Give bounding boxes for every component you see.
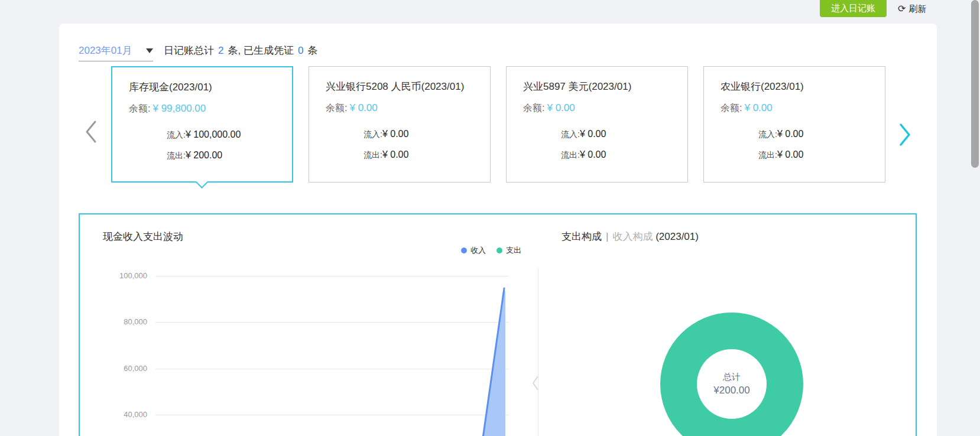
account-outflow: 流出:¥ 0.00: [561, 149, 606, 161]
donut-center-label: 总计 ¥200.00: [660, 313, 803, 436]
expense-donut-chart[interactable]: 总计 ¥200.00: [660, 313, 803, 436]
collapse-handle-icon[interactable]: [531, 375, 539, 391]
chart-legend: 收入 支出: [461, 245, 521, 256]
legend-item-expense[interactable]: 支出: [497, 245, 521, 256]
account-card-title: 库存现金(2023/01): [129, 80, 212, 94]
charts-panel: 现金收入支出波动 收入 支出 支出构成|收入构成 (2023/01) 100,0…: [79, 213, 917, 436]
account-card-title: 兴业银行5208 人民币(2023/01): [326, 80, 464, 93]
account-balance: 余额:¥ 0.00: [721, 102, 773, 115]
refresh-icon: ⟳: [898, 4, 906, 14]
pie-title-separator: |: [606, 231, 608, 242]
legend-expense-label: 支出: [506, 245, 521, 256]
journal-count: 2: [218, 45, 223, 57]
account-outflow: 流出:¥ 0.00: [364, 149, 408, 161]
account-card-abc[interactable]: 农业银行(2023/01) 余额:¥ 0.00 流入:¥ 0.00 流出:¥ 0…: [703, 66, 885, 183]
account-balance: 余额:¥ 0.00: [523, 102, 575, 115]
pie-tab-income[interactable]: 收入构成: [612, 231, 653, 242]
pie-chart-title: 支出构成|收入构成 (2023/01): [562, 230, 699, 243]
line-chart-title: 现金收入支出波动: [103, 230, 183, 243]
account-inflow: 流入:¥ 100,000.00: [167, 129, 241, 141]
y-tick-40000: 40,000: [109, 410, 147, 419]
pie-title-period: (2023/01): [656, 231, 699, 242]
account-card-title: 农业银行(2023/01): [721, 80, 804, 93]
donut-total-label: 总计: [723, 372, 741, 383]
panel-divider: [538, 268, 538, 436]
chevron-left-icon[interactable]: [84, 119, 98, 144]
income-area-series[interactable]: [154, 274, 509, 436]
account-outflow: 流出:¥ 200.00: [167, 150, 222, 161]
legend-item-income[interactable]: 收入: [461, 245, 486, 256]
account-outflow: 流出:¥ 0.00: [758, 149, 803, 161]
summary-prefix: 日记账总计: [164, 44, 214, 57]
journal-summary: 日记账总计 2 条, 已生成凭证 0 条: [164, 44, 317, 57]
account-inflow: 流入:¥ 0.00: [364, 129, 408, 140]
chevron-right-icon[interactable]: [898, 122, 912, 147]
period-label: 2023年01月: [79, 44, 132, 57]
summary-middle: 条, 已生成凭证: [228, 44, 293, 57]
y-tick-60000: 60,000: [109, 364, 147, 373]
account-balance: 余额:¥ 99,800.00: [129, 103, 206, 115]
voucher-count: 0: [298, 45, 303, 57]
period-selector[interactable]: 2023年01月: [79, 44, 153, 61]
account-inflow: 流入:¥ 0.00: [758, 129, 803, 140]
y-tick-100000: 100,000: [109, 271, 147, 280]
caret-down-icon: [146, 48, 153, 53]
pie-tab-expense[interactable]: 支出构成: [562, 231, 602, 242]
account-inflow: 流入:¥ 0.00: [561, 129, 606, 140]
enter-journal-button[interactable]: 进入日记账: [820, 0, 887, 17]
scrollbar-thumb[interactable]: [971, 0, 979, 168]
account-card-cib-5897[interactable]: 兴业5897 美元(2023/01) 余额:¥ 0.00 流入:¥ 0.00 流…: [506, 66, 688, 183]
account-card-cib-5208[interactable]: 兴业银行5208 人民币(2023/01) 余额:¥ 0.00 流入:¥ 0.0…: [309, 66, 491, 183]
income-dot-icon: [461, 248, 467, 253]
account-balance: 余额:¥ 0.00: [326, 102, 378, 115]
legend-income-label: 收入: [470, 245, 486, 256]
expense-dot-icon: [497, 248, 502, 253]
refresh-label: 刷新: [908, 4, 926, 15]
journal-dashboard: 进入日记账 ⟳ 刷新 2023年01月 日记账总计 2 条, 已生成凭证 0 条…: [0, 0, 980, 436]
y-tick-80000: 80,000: [109, 317, 147, 326]
account-card-title: 兴业5897 美元(2023/01): [523, 80, 631, 93]
refresh-button[interactable]: ⟳ 刷新: [898, 2, 926, 15]
account-card-cash[interactable]: 库存现金(2023/01) 余额:¥ 99,800.00 流入:¥ 100,00…: [111, 66, 293, 183]
donut-total-value: ¥200.00: [713, 385, 749, 396]
summary-suffix: 条: [307, 44, 317, 57]
